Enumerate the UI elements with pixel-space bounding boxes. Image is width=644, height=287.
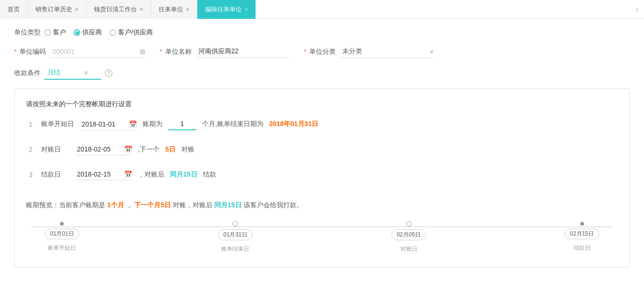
payment-date-field[interactable] <box>75 169 122 180</box>
close-tab-cash[interactable]: × <box>140 6 143 13</box>
unit-name-input[interactable] <box>195 46 290 58</box>
timeline-label-2: 对账日 <box>400 245 417 253</box>
timeline-badge-1: 01月31日 <box>218 229 253 240</box>
tab-bar: 首页 销售订单历史 × 钱货日清工作台 × 往来单位 × 编辑往来单位 × › <box>0 0 644 19</box>
reconcile-date-row: 2 对账日 📅 ,下一个 5日 对账 <box>26 144 618 155</box>
reconcile-date-input: 📅 <box>75 144 132 155</box>
timeline-dot-3 <box>580 222 584 226</box>
reconcile-highlight: 5日 <box>165 145 176 154</box>
unit-code-input[interactable] <box>50 46 138 57</box>
timeline-badge-3: 02月15日 <box>565 228 599 239</box>
tab-edit-partner-unit[interactable]: 编辑往来单位 × <box>197 0 256 19</box>
payment-highlight: 同月15日 <box>170 170 197 179</box>
timeline-dot-1 <box>232 221 238 227</box>
timeline-label-0: 账单开始日 <box>48 244 76 252</box>
unit-code-copy-icon[interactable]: ⊞ <box>140 48 145 55</box>
timeline-node-0: 01月01日 账单开始日 <box>45 221 79 253</box>
period-suffix: 个月,账单结束日期为 <box>202 120 263 128</box>
payment-suffix: 结款 <box>203 170 216 179</box>
timeline-label-3: 结款日 <box>574 244 591 252</box>
required-star-name: * <box>160 48 162 55</box>
preview-section: 账期预览：当前客户账期是 1个月 ， 下一个月5日 对账，对账后 同月15日 该… <box>26 194 618 253</box>
reconcile-label: 对账日 <box>41 145 69 154</box>
preview-text: 账期预览：当前客户账期是 1个月 ， 下一个月5日 对账，对账后 同月15日 该… <box>26 201 618 210</box>
bill-start-calendar-icon[interactable]: 📅 <box>129 120 137 128</box>
bill-start-date-input: 📅 <box>80 118 137 130</box>
timeline-label-1: 账单结束日 <box>221 245 249 253</box>
required-star-category: * <box>304 48 306 55</box>
required-star-code: * <box>14 48 17 55</box>
radio-customer-supplier[interactable]: 客户/供应商 <box>110 28 153 37</box>
payment-date-input: 📅 <box>75 169 132 180</box>
timeline-badge-0: 01月01日 <box>45 228 79 239</box>
unit-code-label: * 单位编码 <box>14 48 46 56</box>
reconcile-date-field[interactable] <box>75 144 122 155</box>
reconcile-suffix: 对账 <box>181 145 195 154</box>
unit-category-value: 未分类 <box>339 45 428 58</box>
payment-prefix: ，对账后 <box>138 170 164 179</box>
period-prefix: 账期为 <box>143 120 162 128</box>
settings-panel: 请按照未来的一个完整帐期进行设置 1 账单开始日 📅 账期为 个月,账单结束日期… <box>14 88 630 268</box>
row-num-1: 1 <box>26 120 35 128</box>
bill-start-date-row: 1 账单开始日 📅 账期为 个月,账单结束日期为 2018年01月31日 <box>26 118 618 130</box>
payment-condition-label: 收款条件 <box>14 69 41 77</box>
timeline-dot-0 <box>60 222 64 226</box>
timeline-node-1: 01月31日 账单结束日 <box>218 221 253 253</box>
close-tab-sales[interactable]: × <box>75 6 78 13</box>
main-content: 单位类型 客户 供应商 客户/供应商 * 单位编码 <box>0 19 644 287</box>
radio-group-unit-type: 客户 供应商 客户/供应商 <box>44 28 153 37</box>
timeline-badge-2: 02月05日 <box>391 229 426 240</box>
payment-date-row: 3 结款日 📅 ，对账后 同月15日 结款 <box>26 169 618 180</box>
payment-calendar-icon[interactable]: 📅 <box>124 170 132 178</box>
timeline: 01月01日 账单开始日 01月31日 账单结束日 02月05日 对账日 <box>26 221 618 253</box>
unit-type-label: 单位类型 <box>14 28 41 37</box>
row-num-2: 2 <box>26 146 35 153</box>
timeline-node-3: 02月15日 结款日 <box>565 221 599 253</box>
reconcile-calendar-icon[interactable]: 📅 <box>124 145 132 153</box>
bill-end-date-highlight: 2018年01月31日 <box>269 120 318 128</box>
unit-name-label: * 单位名称 <box>160 48 191 56</box>
unit-type-group: 单位类型 客户 供应商 客户/供应商 <box>14 28 153 37</box>
row-num-3: 3 <box>26 171 35 178</box>
tab-partner-unit[interactable]: 往来单位 × <box>151 0 197 19</box>
radio-supplier[interactable]: 供应商 <box>74 28 102 37</box>
payment-condition-value: 月结 <box>44 67 82 79</box>
radio-circle-supplier <box>74 29 80 36</box>
timeline-dot-2 <box>406 221 412 227</box>
unit-category-dropdown[interactable]: 未分类 ∨ <box>339 45 434 58</box>
reconcile-prefix: ,下一个 <box>138 145 160 154</box>
tab-sales-order-history[interactable]: 销售订单历史 × <box>28 0 86 19</box>
bill-start-date-field[interactable] <box>80 118 127 130</box>
timeline-nodes: 01月01日 账单开始日 01月31日 账单结束日 02月05日 对账日 <box>45 221 599 253</box>
unit-category-chevron-icon: ∨ <box>430 48 434 55</box>
radio-customer[interactable]: 客户 <box>44 28 66 37</box>
close-tab-partner[interactable]: × <box>186 6 189 13</box>
unit-type-row: 单位类型 客户 供应商 客户/供应商 <box>14 28 630 37</box>
payment-condition-chevron-icon: ∨ <box>84 69 88 76</box>
radio-circle-customer-supplier <box>110 29 116 36</box>
tab-cash-work[interactable]: 钱货日清工作台 × <box>86 0 151 19</box>
timeline-node-2: 02月05日 对账日 <box>391 221 426 253</box>
unit-category-group: * 单位分类 未分类 ∨ <box>304 45 434 58</box>
radio-circle-customer <box>44 29 51 36</box>
payment-condition-row: 收款条件 月结 ∨ ? <box>14 67 630 80</box>
bill-start-label: 账单开始日 <box>41 120 74 128</box>
tab-home[interactable]: 首页 <box>0 0 28 19</box>
payment-condition-group: 收款条件 月结 ∨ ? <box>14 67 112 80</box>
panel-title: 请按照未来的一个完整帐期进行设置 <box>26 100 618 109</box>
tab-expander[interactable]: › <box>630 5 644 14</box>
unit-name-group: * 单位名称 <box>160 46 289 58</box>
payment-condition-select[interactable]: 月结 ∨ <box>44 67 101 80</box>
period-input[interactable] <box>168 118 196 130</box>
unit-code-input-group: ⊞ <box>50 46 145 58</box>
unit-info-row: * 单位编码 ⊞ * 单位名称 * 单位分类 未分类 ∨ <box>14 45 630 58</box>
payment-label: 结款日 <box>41 170 69 179</box>
unit-category-label: * 单位分类 <box>304 48 336 56</box>
help-icon[interactable]: ? <box>105 69 112 77</box>
unit-code-group: * 单位编码 ⊞ <box>14 46 145 58</box>
close-tab-edit-partner[interactable]: × <box>245 6 248 13</box>
